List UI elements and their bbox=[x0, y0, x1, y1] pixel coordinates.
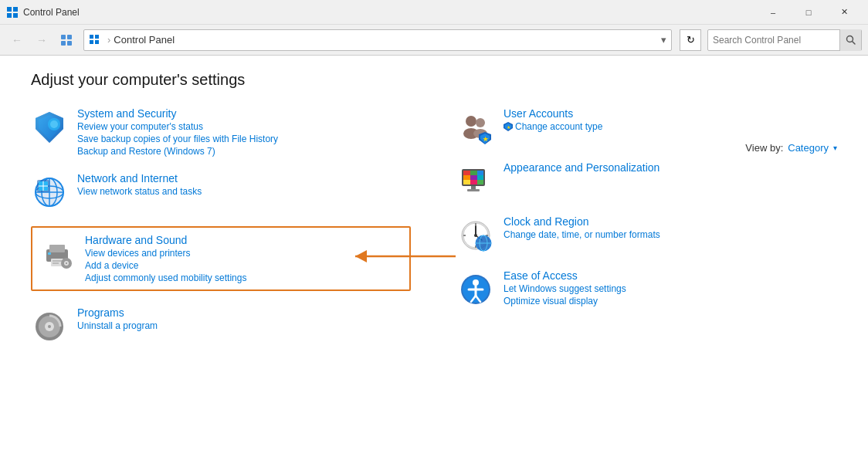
maximize-button[interactable]: □ bbox=[791, 0, 826, 25]
network-icon bbox=[31, 174, 68, 211]
hardware-icon bbox=[39, 235, 76, 273]
svg-rect-1 bbox=[13, 7, 18, 12]
programs-links: Uninstall a program bbox=[77, 320, 411, 331]
svg-rect-60 bbox=[463, 180, 470, 184]
svg-rect-3 bbox=[13, 13, 18, 18]
suggest-settings-link[interactable]: Let Windows suggest settings bbox=[504, 283, 837, 294]
programs-link[interactable]: Programs bbox=[77, 306, 124, 319]
main-content: Adjust your computer's settings View by:… bbox=[0, 56, 868, 457]
nav-bar: ← → › Control Panel ▾ ↻ bbox=[0, 25, 868, 56]
mobility-settings-link[interactable]: Adjust commonly used mobility settings bbox=[85, 273, 403, 283]
clock-region-text: Clock and Region Change date, time, or n… bbox=[504, 215, 837, 240]
svg-text:★: ★ bbox=[507, 125, 510, 130]
category-clock-region: Clock and Region Change date, time, or n… bbox=[457, 215, 837, 254]
view-by-dropdown-arrow[interactable]: ▾ bbox=[833, 144, 837, 152]
network-status-link[interactable]: View network status and tasks bbox=[77, 186, 411, 197]
svg-rect-6 bbox=[61, 41, 66, 46]
ease-of-access-link[interactable]: Ease of Access bbox=[504, 269, 578, 282]
ease-of-access-icon bbox=[457, 271, 494, 308]
category-user-accounts: ★ User Accounts ★ bbox=[457, 107, 837, 146]
svg-rect-34 bbox=[53, 262, 59, 264]
clock-region-link[interactable]: Clock and Region bbox=[504, 215, 589, 228]
svg-rect-54 bbox=[463, 171, 470, 175]
svg-rect-0 bbox=[7, 7, 12, 12]
title-bar: Control Panel – □ ✕ bbox=[0, 0, 868, 25]
address-separator: › bbox=[107, 34, 110, 46]
app-icon bbox=[6, 6, 19, 19]
refresh-button[interactable]: ↻ bbox=[680, 29, 701, 51]
network-links: View network status and tasks bbox=[77, 186, 411, 197]
hardware-links: View devices and printers Add a device A… bbox=[85, 248, 403, 283]
svg-rect-58 bbox=[470, 175, 477, 180]
backup-restore-link[interactable]: Backup and Restore (Windows 7) bbox=[77, 146, 411, 157]
network-link[interactable]: Network and Internet bbox=[77, 172, 178, 184]
view-by-control[interactable]: View by: Category ▾ bbox=[745, 142, 837, 154]
view-by-value[interactable]: Category bbox=[788, 142, 829, 154]
address-bar[interactable]: › Control Panel ▾ bbox=[83, 29, 672, 51]
svg-point-69 bbox=[474, 234, 477, 237]
hardware-link[interactable]: Hardware and Sound bbox=[85, 234, 187, 246]
system-security-links: Review your computer's status Save backu… bbox=[77, 121, 411, 157]
appearance-icon bbox=[457, 163, 494, 200]
back-button[interactable]: ← bbox=[6, 29, 28, 51]
svg-rect-10 bbox=[90, 40, 93, 44]
svg-rect-55 bbox=[470, 171, 477, 175]
optimize-display-link[interactable]: Optimize visual display bbox=[504, 296, 837, 306]
svg-point-44 bbox=[476, 118, 485, 127]
categories-grid: System and Security Review your computer… bbox=[31, 107, 837, 361]
svg-point-18 bbox=[50, 120, 58, 128]
svg-rect-7 bbox=[67, 41, 72, 46]
svg-rect-62 bbox=[477, 180, 483, 184]
breadcrumb: Control Panel bbox=[114, 34, 175, 46]
up-button[interactable] bbox=[56, 29, 77, 51]
svg-rect-30 bbox=[49, 245, 65, 252]
svg-rect-2 bbox=[7, 13, 12, 18]
svg-rect-63 bbox=[471, 186, 476, 189]
category-system-security: System and Security Review your computer… bbox=[31, 107, 411, 157]
clock-region-links: Change date, time, or number formats bbox=[504, 229, 837, 240]
address-dropdown-arrow[interactable]: ▾ bbox=[661, 34, 666, 46]
devices-printers-link[interactable]: View devices and printers bbox=[85, 248, 403, 259]
programs-icon bbox=[31, 308, 68, 345]
category-appearance: Appearance and Personalization bbox=[457, 161, 837, 200]
system-security-link[interactable]: System and Security bbox=[77, 107, 176, 120]
view-by-label: View by: bbox=[745, 142, 783, 154]
review-status-link[interactable]: Review your computer's status bbox=[77, 121, 411, 132]
svg-point-41 bbox=[48, 325, 51, 328]
add-device-link[interactable]: Add a device bbox=[85, 260, 403, 271]
appearance-text: Appearance and Personalization bbox=[504, 161, 837, 175]
svg-point-37 bbox=[66, 262, 67, 264]
svg-rect-4 bbox=[61, 35, 66, 39]
file-history-link[interactable]: Save backup copies of your files with Fi… bbox=[77, 134, 411, 144]
svg-rect-57 bbox=[463, 175, 470, 180]
close-button[interactable]: ✕ bbox=[826, 0, 862, 25]
svg-rect-9 bbox=[95, 35, 99, 39]
search-bar[interactable] bbox=[707, 29, 862, 51]
minimize-button[interactable]: – bbox=[755, 0, 791, 25]
window-controls: – □ ✕ bbox=[755, 0, 862, 25]
search-input[interactable] bbox=[708, 35, 839, 46]
change-date-time-link[interactable]: Change date, time, or number formats bbox=[504, 229, 837, 240]
svg-rect-11 bbox=[95, 40, 99, 44]
user-accounts-link[interactable]: User Accounts bbox=[504, 107, 573, 120]
appearance-link[interactable]: Appearance and Personalization bbox=[504, 161, 659, 174]
breadcrumb-current: Control Panel bbox=[114, 34, 175, 46]
forward-button[interactable]: → bbox=[31, 29, 53, 51]
page-title: Adjust your computer's settings bbox=[31, 71, 837, 89]
svg-rect-8 bbox=[90, 35, 93, 39]
ease-of-access-links: Let Windows suggest settings Optimize vi… bbox=[504, 283, 837, 306]
svg-rect-33 bbox=[53, 260, 62, 262]
category-network: Network and Internet View network status… bbox=[31, 172, 411, 211]
hardware-text: Hardware and Sound View devices and prin… bbox=[85, 234, 403, 283]
window-title: Control Panel bbox=[23, 7, 755, 18]
user-accounts-links: ★ Change account type bbox=[504, 121, 837, 134]
user-accounts-icon: ★ bbox=[457, 109, 494, 146]
programs-text: Programs Uninstall a program bbox=[77, 306, 411, 331]
change-account-type-link[interactable]: ★ Change account type bbox=[504, 121, 837, 134]
search-button[interactable] bbox=[839, 29, 861, 51]
uninstall-link[interactable]: Uninstall a program bbox=[77, 320, 411, 331]
svg-rect-59 bbox=[477, 175, 483, 180]
address-bar-icon bbox=[89, 34, 101, 46]
system-security-icon bbox=[31, 109, 68, 146]
category-ease-of-access: Ease of Access Let Windows suggest setti… bbox=[457, 269, 837, 308]
